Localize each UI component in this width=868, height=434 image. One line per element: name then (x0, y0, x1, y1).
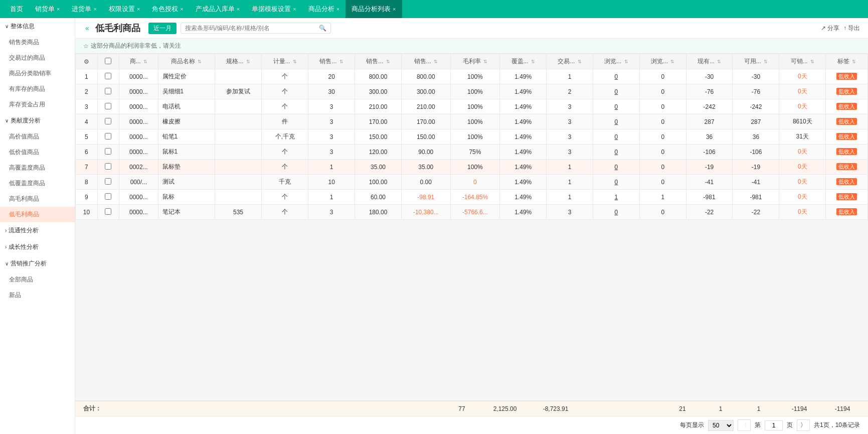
close-icon[interactable]: × (336, 6, 339, 12)
sidebar-item-low-profit[interactable]: 低毛利商品 (0, 207, 75, 222)
td-coverage: 1.49% (500, 160, 547, 175)
nav-permissions[interactable]: 权限设置 × (103, 0, 146, 18)
td-browse2: 0 (639, 99, 686, 114)
td-checkbox[interactable] (97, 190, 119, 205)
sidebar-item-high-coverage[interactable]: 高覆盖度商品 (0, 160, 75, 176)
th-gross-rate: 毛利率 ⇅ (450, 54, 500, 69)
row-checkbox[interactable] (105, 163, 111, 170)
td-checkbox[interactable] (97, 69, 119, 84)
td-browse1: 0 (593, 205, 639, 220)
share-button[interactable]: ↗ 分享 (821, 24, 839, 33)
sidebar-item-high-value[interactable]: 高价值商品 (0, 129, 75, 144)
sidebar-section-contribution[interactable]: ∨ 奥献度分析 (0, 112, 75, 129)
row-checkbox[interactable] (105, 193, 111, 200)
th-sales-amount: 销售... ⇅ (401, 54, 450, 69)
per-page-select[interactable]: 50 100 200 (708, 420, 734, 431)
th-checkbox[interactable] (97, 54, 119, 69)
td-gross-rate: 100% (450, 114, 500, 129)
nav-purchase-order[interactable]: 进货单 × (66, 0, 102, 18)
search-input[interactable] (185, 25, 319, 32)
export-button[interactable]: ↑ 导出 (843, 24, 860, 33)
sidebar-item-new-products[interactable]: 新品 (0, 287, 75, 303)
sidebar-item-capital-usage[interactable]: 库存资金占用 (0, 97, 75, 112)
sidebar-section-overall[interactable]: ∨ 整体信息 (0, 18, 75, 35)
td-gross-rate: 100% (450, 129, 500, 144)
select-all-checkbox[interactable] (105, 58, 111, 64)
nav-product-entry[interactable]: 产成品入库单 × (190, 0, 246, 18)
sidebar-section-circulation[interactable]: › 流通性分析 (0, 222, 75, 239)
td-checkbox[interactable] (97, 114, 119, 129)
th-settings[interactable]: ⚙ (76, 54, 98, 69)
close-icon[interactable]: × (180, 6, 183, 12)
table-row: 2 0000... 吴细细1 参加复试 个 30 300.00 300.00 1… (76, 84, 868, 99)
close-icon[interactable]: × (93, 6, 96, 12)
sidebar-item-traded-products[interactable]: 交易过的商品 (0, 50, 75, 66)
nav-home[interactable]: 首页 (4, 0, 29, 18)
prev-page-button[interactable]: 〈 (738, 419, 751, 431)
header-actions: ↗ 分享 ↑ 导出 (821, 24, 860, 33)
row-checkbox[interactable] (105, 88, 111, 94)
next-page-button[interactable]: 〉 (797, 419, 810, 431)
nav-product-analysis[interactable]: 商品分析 × (302, 0, 345, 18)
row-checkbox[interactable] (105, 118, 111, 124)
nav-role-auth[interactable]: 角色授权 × (146, 0, 189, 18)
td-spec (215, 175, 262, 190)
td-gross-rate: -164.85% (450, 190, 500, 205)
td-row-num: 3 (76, 99, 98, 114)
td-unit: 个 (262, 69, 308, 84)
sidebar-item-category-rate[interactable]: 商品分类助销率 (0, 66, 75, 81)
navigation: 首页 销货单 × 进货单 × 权限设置 × 角色授权 × 产成品入库单 × 单据… (0, 0, 868, 18)
td-checkbox[interactable] (97, 99, 119, 114)
row-checkbox[interactable] (105, 133, 111, 139)
footer-sales-qty: 77 (447, 405, 477, 412)
td-checkbox[interactable] (97, 144, 119, 160)
sidebar-item-low-value[interactable]: 低价值商品 (0, 144, 75, 160)
sidebar-item-stock-products[interactable]: 有库存的商品 (0, 81, 75, 97)
nav-product-analysis-list[interactable]: 商品分析列表 × (345, 0, 402, 18)
close-icon[interactable]: × (137, 6, 140, 12)
td-browse1: 0 (593, 129, 639, 144)
sidebar-item-sales-products[interactable]: 销售类商品 (0, 35, 75, 50)
td-transaction: 1 (547, 69, 593, 84)
nav-template-settings[interactable]: 单据模板设置 × (246, 0, 302, 18)
sidebar-section-growth[interactable]: › 成长性分析 (0, 239, 75, 255)
nav-sales-order[interactable]: 销货单 × (29, 0, 66, 18)
td-available: -30 (733, 69, 779, 84)
footer-sales-amount: -8,723.91 (533, 405, 578, 412)
close-icon[interactable]: × (393, 6, 396, 12)
sidebar-item-high-profit[interactable]: 高毛利商品 (0, 191, 75, 207)
sidebar-item-all-products[interactable]: 全部商品 (0, 272, 75, 287)
sidebar-section-marketing[interactable]: ∨ 营销推广分析 (0, 255, 75, 272)
td-browse2: 0 (639, 84, 686, 99)
th-browse1: 浏览... ⇅ (593, 54, 639, 69)
td-checkbox[interactable] (97, 160, 119, 175)
row-checkbox[interactable] (105, 208, 111, 215)
search-icon[interactable]: 🔍 (319, 25, 326, 32)
td-sales-price: 120.00 (355, 144, 402, 160)
td-browse2: 0 (639, 114, 686, 129)
td-saleable: 0天 (779, 160, 826, 175)
th-tag: 标签 ⇅ (826, 54, 868, 69)
page-input[interactable] (765, 420, 783, 430)
close-icon[interactable]: × (57, 6, 60, 12)
td-row-num: 2 (76, 84, 98, 99)
row-checkbox[interactable] (105, 103, 111, 109)
td-checkbox[interactable] (97, 84, 119, 99)
td-coverage: 1.49% (500, 190, 547, 205)
row-checkbox[interactable] (105, 73, 111, 79)
td-checkbox[interactable] (97, 175, 119, 190)
td-checkbox[interactable] (97, 205, 119, 220)
row-checkbox[interactable] (105, 148, 111, 155)
footer-browse1: 1 (706, 405, 736, 412)
close-icon[interactable]: × (293, 6, 296, 12)
content-header: « 低毛利商品 近一月 🔍 ↗ 分享 ↑ 导出 (75, 18, 868, 39)
td-checkbox[interactable] (97, 129, 119, 144)
td-saleable: 0天 (779, 175, 826, 190)
collapse-button[interactable]: « (83, 24, 91, 32)
row-checkbox[interactable] (105, 178, 111, 185)
td-sales-price: 170.00 (355, 114, 402, 129)
sidebar-item-low-coverage[interactable]: 低覆盖度商品 (0, 176, 75, 191)
close-icon[interactable]: × (237, 6, 240, 12)
time-filter-button[interactable]: 近一月 (148, 23, 177, 34)
td-browse2: 0 (639, 175, 686, 190)
